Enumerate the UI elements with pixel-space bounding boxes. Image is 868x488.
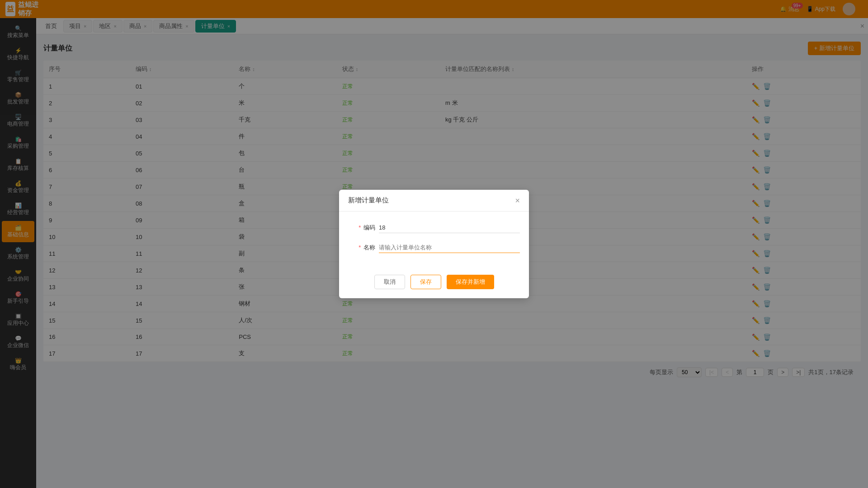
- form-code-label: * 编码: [348, 224, 375, 232]
- code-required-mark: *: [359, 224, 361, 231]
- save-button[interactable]: 保存: [410, 275, 441, 289]
- cancel-button[interactable]: 取消: [374, 275, 405, 289]
- modal-header: 新增计量单位 ×: [339, 190, 529, 211]
- modal-close-button[interactable]: ×: [515, 197, 520, 205]
- name-label-text: 名称: [363, 244, 375, 251]
- name-input[interactable]: [379, 242, 520, 253]
- form-row-code: * 编码: [348, 222, 520, 233]
- name-required-mark: *: [359, 244, 361, 251]
- code-input[interactable]: [379, 222, 520, 233]
- modal-body: * 编码 * 名称: [339, 211, 529, 269]
- modal-title: 新增计量单位: [348, 196, 389, 205]
- modal-overlay: 新增计量单位 × * 编码 * 名称 取消 保存 保存并新增: [0, 0, 868, 488]
- code-label-text: 编码: [363, 224, 375, 231]
- save-and-new-button[interactable]: 保存并新增: [447, 275, 494, 289]
- form-name-label: * 名称: [348, 244, 375, 252]
- add-unit-modal: 新增计量单位 × * 编码 * 名称 取消 保存 保存并新增: [339, 190, 529, 298]
- form-row-name: * 名称: [348, 242, 520, 253]
- modal-footer: 取消 保存 保存并新增: [339, 269, 529, 298]
